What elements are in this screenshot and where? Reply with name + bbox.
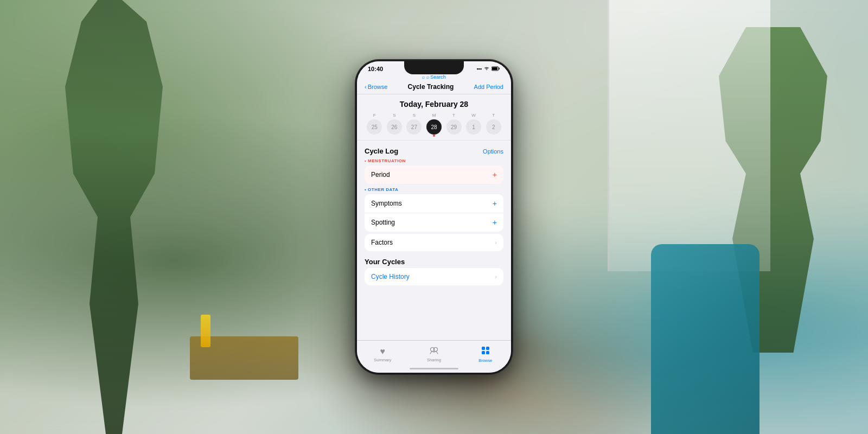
- day-label-wed: W: [471, 113, 476, 118]
- week-calendar: F 25 S 26 S 27 M 28: [357, 113, 511, 137]
- tab-summary[interactable]: ♥ Summary: [357, 347, 409, 362]
- search-bar[interactable]: ⌕ ⌕ Search: [357, 73, 511, 81]
- sharing-icon: [430, 347, 438, 356]
- summary-icon: ♥: [380, 347, 386, 356]
- window-light: [608, 0, 770, 271]
- cycle-history-label: Cycle History: [371, 273, 410, 280]
- tab-summary-label: Summary: [374, 358, 391, 362]
- spotting-label: Spotting: [371, 219, 395, 226]
- period-label: Period: [371, 171, 390, 178]
- day-circle-sat[interactable]: 26: [387, 119, 402, 135]
- add-period-button[interactable]: Add Period: [474, 84, 503, 90]
- main-content: Today, February 28 F 25 S 26 S 27: [357, 94, 511, 346]
- tab-browse[interactable]: Browse: [459, 346, 511, 363]
- status-time: 10:40: [368, 66, 383, 72]
- cycle-history-chevron-icon: ›: [495, 273, 497, 280]
- day-label-sat: S: [393, 113, 395, 118]
- status-icons: ▪▪▪: [476, 66, 500, 72]
- phone-wrapper: 10:40 ▪▪▪: [355, 60, 513, 374]
- cycle-history-card: Cycle History ›: [365, 268, 503, 285]
- phone-screen: 10:40 ▪▪▪: [357, 61, 511, 373]
- symptoms-label: Symptoms: [371, 200, 402, 207]
- browse-icon: [481, 346, 490, 357]
- svg-rect-1: [492, 67, 497, 70]
- day-label-thu: T: [492, 113, 495, 118]
- svg-rect-4: [482, 347, 485, 350]
- symptoms-add-icon[interactable]: +: [493, 199, 497, 208]
- week-day-mon: M 28: [426, 113, 442, 135]
- spotting-row[interactable]: Spotting +: [365, 213, 503, 232]
- wifi-icon: [484, 66, 489, 72]
- day-label-fri: F: [373, 113, 376, 118]
- your-cycles-title: Your Cycles: [357, 253, 511, 268]
- period-add-icon[interactable]: +: [493, 170, 497, 179]
- day-circle-wed[interactable]: 1: [466, 119, 481, 135]
- week-day-thu: T 2: [486, 113, 501, 135]
- day-circle-mon-today[interactable]: 28: [426, 119, 442, 135]
- factors-row[interactable]: Factors ›: [365, 234, 503, 251]
- day-label-tue: T: [452, 113, 455, 118]
- divider-1: [357, 140, 511, 141]
- svg-rect-5: [486, 347, 489, 350]
- spotting-add-icon[interactable]: +: [493, 218, 497, 227]
- day-circle-fri[interactable]: 25: [367, 119, 382, 135]
- phone-notch: [404, 61, 464, 74]
- other-data-card: Symptoms + Spotting +: [365, 194, 503, 232]
- factors-label: Factors: [371, 239, 393, 246]
- battery-icon: [492, 66, 500, 72]
- day-circle-thu[interactable]: 2: [486, 119, 501, 135]
- search-label: ⌕ Search: [426, 74, 446, 80]
- week-day-sun: S 27: [406, 113, 422, 135]
- home-indicator: [410, 368, 458, 369]
- back-button[interactable]: ‹ Browse: [365, 84, 387, 90]
- tab-sharing-label: Sharing: [427, 358, 441, 362]
- cycle-log-header: Cycle Log Options: [357, 144, 511, 157]
- svg-rect-6: [482, 351, 485, 354]
- date-header: Today, February 28: [357, 94, 511, 113]
- nav-title: Cycle Tracking: [408, 83, 454, 91]
- search-icon: ⌕: [422, 74, 425, 80]
- svg-rect-7: [486, 351, 489, 354]
- cycle-history-row[interactable]: Cycle History ›: [365, 268, 503, 285]
- week-day-fri: F 25: [367, 113, 382, 135]
- candle-yellow: [201, 315, 210, 347]
- back-label: Browse: [368, 84, 388, 90]
- back-chevron-icon: ‹: [365, 84, 367, 90]
- week-day-tue: T 29: [446, 113, 462, 135]
- other-data-label: • OTHER DATA: [357, 186, 511, 193]
- day-circle-tue[interactable]: 29: [446, 119, 462, 135]
- factors-chevron-icon: ›: [495, 239, 497, 246]
- options-button[interactable]: Options: [483, 148, 503, 155]
- week-day-wed: W 1: [466, 113, 481, 135]
- symptoms-row[interactable]: Symptoms +: [365, 194, 503, 213]
- signal-icon: ▪▪▪: [476, 66, 482, 72]
- navigation-bar: ‹ Browse Cycle Tracking Add Period: [357, 81, 511, 94]
- cycle-log-title: Cycle Log: [365, 147, 398, 155]
- day-label-mon: M: [432, 113, 436, 118]
- day-circle-sun[interactable]: 27: [406, 119, 422, 135]
- period-row[interactable]: Period +: [365, 165, 503, 184]
- tab-sharing[interactable]: Sharing: [409, 347, 460, 362]
- day-label-sun: S: [413, 113, 416, 118]
- tab-browse-label: Browse: [478, 358, 492, 363]
- period-card: Period +: [365, 165, 503, 184]
- factors-card: Factors ›: [365, 234, 503, 251]
- phone-device: 10:40 ▪▪▪: [355, 60, 513, 374]
- menstruation-label: • MENSTRUATION: [357, 157, 511, 164]
- week-day-sat: S 26: [387, 113, 402, 135]
- period-dot: [433, 135, 435, 137]
- chair-teal: [651, 244, 760, 434]
